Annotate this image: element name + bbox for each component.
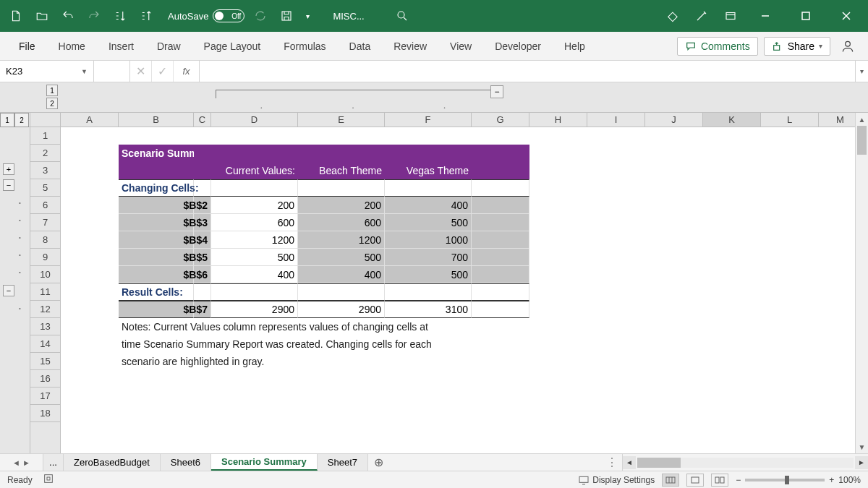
- col-header[interactable]: L: [761, 113, 819, 127]
- col-header[interactable]: B: [119, 113, 194, 127]
- sort-desc-icon[interactable]: [136, 6, 156, 26]
- scroll-up-icon[interactable]: ▲: [856, 113, 868, 126]
- row-outline-expand[interactable]: +: [3, 163, 14, 175]
- horizontal-scrollbar[interactable]: ◄ ►: [622, 454, 868, 471]
- ribbon-tab-data[interactable]: Data: [339, 32, 381, 60]
- sheet-tab-more[interactable]: ...: [43, 454, 64, 471]
- ribbon-tab-view[interactable]: View: [440, 32, 482, 60]
- sheet-tab-active[interactable]: Scenario Summary: [211, 454, 318, 471]
- save-icon[interactable]: [276, 6, 297, 26]
- row-header[interactable]: 7: [30, 214, 60, 231]
- undo-icon[interactable]: [58, 6, 78, 26]
- col-header[interactable]: F: [385, 113, 472, 127]
- chevron-down-icon[interactable]: ▼: [81, 68, 88, 75]
- row-outline-level-2[interactable]: 2: [14, 113, 29, 127]
- ribbon-tab-pagelayout[interactable]: Page Layout: [194, 32, 271, 60]
- row-header[interactable]: 17: [30, 388, 60, 405]
- close-button[interactable]: [830, 6, 862, 26]
- fx-insert-icon[interactable]: [94, 61, 130, 82]
- vertical-scrollbar[interactable]: ▲ ▼: [855, 113, 868, 453]
- view-pagebreak-icon[interactable]: [711, 474, 728, 487]
- sheet-tab[interactable]: Sheet6: [161, 454, 211, 471]
- refresh-icon[interactable]: [250, 6, 271, 26]
- minimize-button[interactable]: [749, 6, 781, 26]
- comments-button[interactable]: Comments: [677, 37, 758, 56]
- col-header[interactable]: G: [472, 113, 529, 127]
- row-header[interactable]: 10: [30, 266, 60, 283]
- formula-expand-icon[interactable]: ▾: [855, 61, 868, 82]
- macro-record-icon[interactable]: [43, 473, 54, 487]
- col-outline-level-2[interactable]: 2: [46, 98, 58, 109]
- ribbon-tab-help[interactable]: Help: [554, 32, 595, 60]
- view-normal-icon[interactable]: [662, 474, 679, 487]
- diamond-icon[interactable]: ◇: [663, 6, 683, 26]
- row-header[interactable]: 3: [30, 162, 60, 179]
- scroll-track[interactable]: [637, 458, 854, 468]
- share-button[interactable]: Share▾: [764, 37, 830, 56]
- new-file-icon[interactable]: [6, 6, 26, 26]
- col-header[interactable]: J: [645, 113, 703, 127]
- scroll-left-icon[interactable]: ◄: [623, 456, 636, 469]
- sheet-tab[interactable]: Sheet7: [318, 454, 368, 471]
- scroll-right-icon[interactable]: ►: [855, 456, 868, 469]
- add-sheet-button[interactable]: ⊕: [368, 454, 390, 471]
- sheet-tab[interactable]: ZeroBasedBudget: [64, 454, 161, 471]
- search-icon[interactable]: [392, 6, 412, 26]
- col-header[interactable]: I: [587, 113, 645, 127]
- col-header[interactable]: H: [529, 113, 587, 127]
- ribbon-tab-formulas[interactable]: Formulas: [273, 32, 336, 60]
- open-file-icon[interactable]: [32, 6, 52, 26]
- ribbon-mode-icon[interactable]: [720, 6, 741, 26]
- row-header[interactable]: 15: [30, 353, 60, 370]
- display-settings-button[interactable]: Display Settings: [578, 474, 655, 486]
- zoom-level[interactable]: 100%: [838, 475, 861, 485]
- formula-input[interactable]: [200, 61, 855, 82]
- col-header[interactable]: C: [194, 113, 211, 127]
- ribbon-tab-developer[interactable]: Developer: [485, 32, 551, 60]
- row-outline-collapse[interactable]: −: [3, 179, 14, 191]
- select-all-corner[interactable]: [30, 113, 61, 127]
- row-header[interactable]: 16: [30, 370, 60, 388]
- scroll-thumb[interactable]: [857, 126, 867, 155]
- ribbon-tab-home[interactable]: Home: [48, 32, 95, 60]
- row-header[interactable]: 9: [30, 249, 60, 266]
- zoom-slider[interactable]: [745, 479, 825, 481]
- row-header[interactable]: 8: [30, 231, 60, 249]
- col-header[interactable]: D: [211, 113, 298, 127]
- view-pagelayout-icon[interactable]: [686, 474, 704, 487]
- col-header[interactable]: K: [703, 113, 761, 127]
- col-outline-collapse[interactable]: −: [490, 85, 503, 98]
- sort-asc-icon[interactable]: [110, 6, 130, 26]
- wand-icon[interactable]: [692, 6, 712, 26]
- maximize-button[interactable]: [790, 6, 822, 26]
- row-header[interactable]: 13: [30, 318, 60, 335]
- row-header[interactable]: 1: [30, 127, 60, 145]
- spreadsheet-grid[interactable]: Scenario Summary Current Values:Beach Th…: [61, 127, 868, 453]
- name-box[interactable]: K23▼: [0, 61, 94, 82]
- row-header[interactable]: 2: [30, 145, 60, 162]
- row-header[interactable]: 6: [30, 197, 60, 214]
- row-header[interactable]: 14: [30, 335, 60, 353]
- row-header[interactable]: 5: [30, 179, 60, 197]
- row-outline-collapse[interactable]: −: [3, 285, 14, 296]
- col-outline-level-1[interactable]: 1: [46, 85, 58, 96]
- scroll-down-icon[interactable]: ▼: [856, 440, 868, 453]
- ribbon-tab-draw[interactable]: Draw: [147, 32, 191, 60]
- account-icon[interactable]: [836, 36, 859, 56]
- qat-more-icon[interactable]: ▾: [302, 6, 312, 26]
- zoom-in-button[interactable]: +: [829, 475, 834, 485]
- zoom-out-button[interactable]: −: [736, 475, 741, 485]
- redo-icon[interactable]: [84, 6, 104, 26]
- sheet-nav[interactable]: ◄ ►: [0, 454, 43, 471]
- col-header[interactable]: A: [61, 113, 119, 127]
- row-outline-level-1[interactable]: 1: [0, 113, 14, 127]
- col-header[interactable]: E: [298, 113, 385, 127]
- row-header[interactable]: 18: [30, 405, 60, 422]
- fx-label[interactable]: fx: [174, 61, 200, 82]
- ribbon-tab-insert[interactable]: Insert: [98, 32, 144, 60]
- autosave-toggle[interactable]: AutoSave Off: [168, 9, 244, 22]
- row-header[interactable]: 12: [30, 301, 60, 318]
- ribbon-tab-file[interactable]: File: [9, 32, 46, 60]
- row-header[interactable]: 11: [30, 283, 60, 301]
- ribbon-tab-review[interactable]: Review: [383, 32, 437, 60]
